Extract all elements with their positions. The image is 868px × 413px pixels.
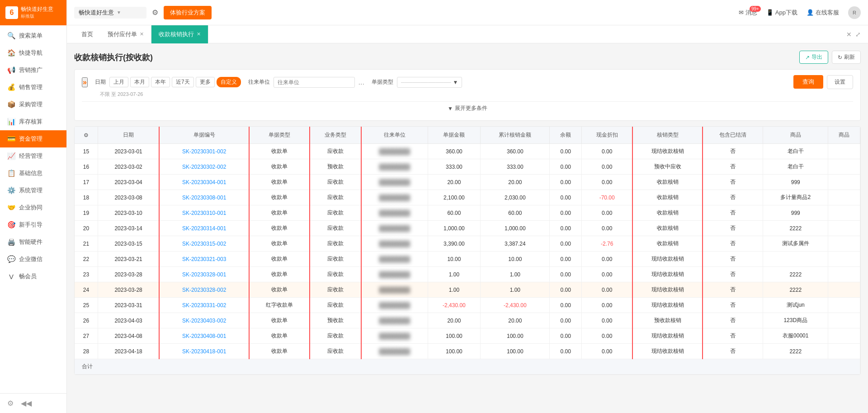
header-gear-icon[interactable]: ⚙ (152, 8, 158, 17)
vtype-select[interactable]: ───────────── ▼ (397, 77, 462, 88)
sidebar-item-purchase[interactable]: 📦 采购管理 (0, 96, 66, 113)
cell-vtype: 收款单 (249, 236, 310, 252)
table-row: 20 2023-03-14 SK-20230314-001 收款单 应收款 ██… (75, 221, 860, 236)
sidebar-item-finance[interactable]: 💳 资金管理 (0, 130, 66, 147)
message-button[interactable]: ✉ 消息 99+ (739, 9, 757, 17)
date-btn-custom[interactable]: 自定义 (217, 77, 241, 87)
cell-amount: -2,430.00 (428, 298, 481, 313)
date-btn-thisyear[interactable]: 本年 (151, 77, 170, 87)
cell-balance: 0.00 (550, 159, 582, 175)
th-xtype[interactable]: 核销类型 (632, 127, 703, 144)
partner-input[interactable] (274, 77, 355, 88)
sidebar-item-marketing[interactable]: 📢 营销推广 (0, 62, 66, 79)
th-btype[interactable]: 业务类型 (310, 127, 361, 144)
sn-link[interactable]: SK-20230301-002 (182, 148, 226, 155)
cell-cumulative: 60.00 (481, 205, 550, 221)
tab-expand-icon[interactable]: ⤢ (855, 31, 861, 38)
sn-link[interactable]: SK-20230331-002 (182, 302, 226, 309)
cell-cumulative: 333.00 (481, 159, 550, 175)
cell-amount: 360.00 (428, 144, 481, 159)
sn-link[interactable]: SK-20230408-001 (182, 333, 226, 339)
th-date[interactable]: 日期 (98, 127, 159, 144)
sidebar-item-corp[interactable]: 🤝 企业协同 (0, 199, 66, 216)
tab-close-all-icon[interactable]: ✕ (846, 31, 852, 38)
sidebar-label-hardware: 智能硬件 (19, 238, 42, 246)
sn-link[interactable]: SK-20230314-001 (182, 225, 226, 232)
sn-link[interactable]: SK-20230328-001 (182, 271, 226, 278)
sidebar-item-operation[interactable]: 📈 经营管理 (0, 147, 66, 165)
sidebar-item-guide[interactable]: 🎯 新手引导 (0, 216, 66, 233)
th-goods2[interactable]: 商品 (828, 127, 860, 144)
filter-expand-button[interactable]: » (82, 77, 88, 87)
date-btn-thismonth[interactable]: 本月 (130, 77, 149, 87)
cell-balance: 0.00 (550, 144, 582, 159)
sidebar-item-system[interactable]: ⚙️ 系统管理 (0, 182, 66, 199)
sidebar-item-inventory[interactable]: 📊 库存核算 (0, 113, 66, 130)
sidebar-item-sales[interactable]: 💰 销售管理 (0, 79, 66, 96)
sidebar-item-hardware[interactable]: 🖨️ 智能硬件 (0, 233, 66, 251)
th-balance[interactable]: 余额 (550, 127, 582, 144)
th-settings[interactable]: ⚙ (75, 127, 98, 144)
cell-date: 2023-03-15 (98, 236, 159, 252)
refresh-button[interactable]: ↻ 刷新 (832, 51, 861, 64)
sn-link[interactable]: SK-20230304-001 (182, 179, 226, 185)
sidebar-label-member: 畅会员 (19, 272, 37, 280)
cell-included: 否 (703, 144, 763, 159)
sidebar-item-wechat[interactable]: 💬 企业微信 (0, 251, 66, 268)
th-cumulative[interactable]: 累计核销金额 (481, 127, 550, 144)
sn-link[interactable]: SK-20230403-002 (182, 318, 226, 324)
cell-amount: 1.00 (428, 267, 481, 282)
app-download-button[interactable]: 📱 App下载 (766, 9, 797, 17)
th-vtype[interactable]: 单据类型 (249, 127, 310, 144)
cell-goods1: 测试多属件 (763, 236, 828, 252)
cell-discount: 0.00 (582, 344, 633, 359)
cell-goods1: 衣服00001 (763, 328, 828, 344)
industry-button[interactable]: 体验行业方案 (164, 6, 212, 19)
table-scroll[interactable]: ⚙ 日期 单据编号 单据类型 业务类型 往来单位 单据金额 累计核销金额 余额 … (75, 127, 860, 375)
inventory-icon: 📊 (7, 118, 15, 126)
tab-collection-close[interactable]: ✕ (197, 31, 201, 37)
sidebar-collapse-button[interactable]: ◀◀ (21, 399, 32, 408)
settings-button[interactable]: 设置 (827, 75, 853, 89)
cell-amount: 100.00 (428, 328, 481, 344)
date-btn-7days[interactable]: 近7天 (172, 77, 194, 87)
cell-btype: 预收款 (310, 313, 361, 328)
tab-collection[interactable]: 收款核销执行 ✕ (151, 25, 208, 43)
th-partner[interactable]: 往来单位 (361, 127, 428, 144)
sidebar-item-search[interactable]: 🔍 搜索菜单 (0, 27, 66, 44)
sidebar-gear-button[interactable]: ⚙ (7, 399, 14, 408)
tab-preapply[interactable]: 预付应付单 ✕ (100, 25, 151, 43)
th-goods1[interactable]: 商品 (763, 127, 828, 144)
query-button[interactable]: 查询 (793, 75, 823, 89)
cell-discount: -70.00 (582, 190, 633, 205)
sn-link[interactable]: SK-20230302-002 (182, 164, 226, 170)
sn-link[interactable]: SK-20230321-003 (182, 256, 226, 262)
th-included[interactable]: 包含已结清 (703, 127, 763, 144)
sidebar-item-member[interactable]: V 畅会员 (0, 268, 66, 285)
sn-link[interactable]: SK-20230328-002 (182, 287, 226, 293)
sn-link[interactable]: SK-20230310-001 (182, 210, 226, 216)
basic-icon: 📋 (7, 169, 15, 177)
th-sn[interactable]: 单据编号 (159, 127, 249, 144)
date-btn-more[interactable]: 更多 (196, 77, 215, 87)
cell-amount: 20.00 (428, 175, 481, 190)
expand-conditions-button[interactable]: ▼ 展开更多条件 (82, 101, 853, 115)
date-btn-lastmonth[interactable]: 上月 (109, 77, 128, 87)
th-amount[interactable]: 单据金额 (428, 127, 481, 144)
tab-preapply-close[interactable]: ✕ (140, 31, 144, 37)
footer-label: 合计 (75, 359, 860, 375)
user-avatar[interactable]: R (848, 6, 861, 19)
sidebar-item-basic[interactable]: 📋 基础信息 (0, 165, 66, 182)
tab-home[interactable]: 首页 (74, 25, 100, 43)
th-discount[interactable]: 现金折扣 (582, 127, 633, 144)
cell-goods2 (828, 190, 860, 205)
table-row: 15 2023-03-01 SK-20230301-002 收款单 应收款 ██… (75, 144, 860, 159)
online-service-button[interactable]: 👤 在线客服 (807, 9, 839, 17)
export-button[interactable]: ↗ 导出 (799, 51, 828, 64)
sn-link[interactable]: SK-20230315-002 (182, 241, 226, 247)
sn-link[interactable]: SK-20230308-001 (182, 195, 226, 201)
sn-link[interactable]: SK-20230418-001 (182, 348, 226, 355)
cell-xtype: 收款核销 (632, 205, 703, 221)
app-selector[interactable]: 畅快道好生意 ▼ (74, 7, 146, 19)
sidebar-item-quicknav[interactable]: 🏠 快捷导航 (0, 44, 66, 62)
